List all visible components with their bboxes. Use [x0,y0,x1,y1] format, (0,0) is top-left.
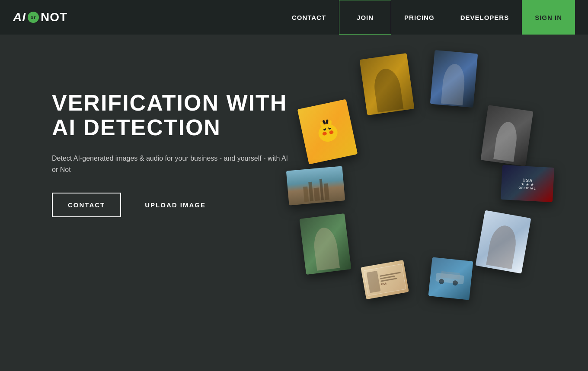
svg-rect-10 [326,120,328,124]
floating-image-pikachu [297,99,358,164]
svg-rect-7 [320,122,326,130]
hero-title-line1: VERIFICATION WITH [52,90,287,115]
nav-join[interactable]: JOIN [339,0,391,35]
floating-image-woman-blue [430,50,478,108]
nav-pricing[interactable]: PRICING [391,0,447,35]
floating-image-man-colorful [359,53,414,115]
logo-not-text: NOT [41,10,67,24]
svg-point-4 [329,130,333,134]
hero-buttons: CONTACT UPLOAD IMAGE [52,193,290,217]
svg-rect-8 [329,120,332,128]
svg-rect-9 [322,120,326,125]
hero-text-block: VERIFICATION WITH AI DETECTION Detect AI… [52,91,290,217]
svg-point-0 [316,123,339,143]
floating-image-cityscape [286,166,345,205]
floating-image-car [428,257,473,300]
svg-point-5 [323,128,326,131]
nav-developers[interactable]: DEVELOPERS [447,0,522,35]
svg-point-6 [328,127,331,130]
hero-title: VERIFICATION WITH AI DETECTION [52,91,290,140]
hero-title-line2: AI DETECTION [52,115,221,140]
hero-subtitle: Detect AI-generated images & audio for y… [52,153,290,175]
logo-or-badge: or [28,12,39,23]
floating-image-person-holding [299,213,351,275]
navbar: AI or NOT CONTACT JOIN PRICING DEVELOPER… [0,0,588,35]
nav-contact[interactable]: CONTACT [279,0,339,35]
signin-button[interactable]: SIGN IN [522,0,575,35]
upload-image-button[interactable]: UPLOAD IMAGE [130,193,221,216]
floating-image-poster: USA ★ ★ ★ OFFICIAL [501,165,554,202]
hero-section: VERIFICATION WITH AI DETECTION Detect AI… [0,35,588,371]
svg-point-2 [326,125,335,133]
nav-links: CONTACT JOIN PRICING DEVELOPERS SIGN IN [279,0,575,35]
svg-point-1 [320,126,328,134]
floating-image-id-card: USA [361,260,409,299]
svg-point-3 [322,132,327,136]
logo[interactable]: AI or NOT [13,10,67,24]
floating-image-person-glasses [476,210,531,274]
pikachu-icon [312,114,343,149]
floating-image-doctor [481,105,534,166]
logo-ai-text: AI [13,10,26,24]
contact-button[interactable]: CONTACT [52,193,121,217]
